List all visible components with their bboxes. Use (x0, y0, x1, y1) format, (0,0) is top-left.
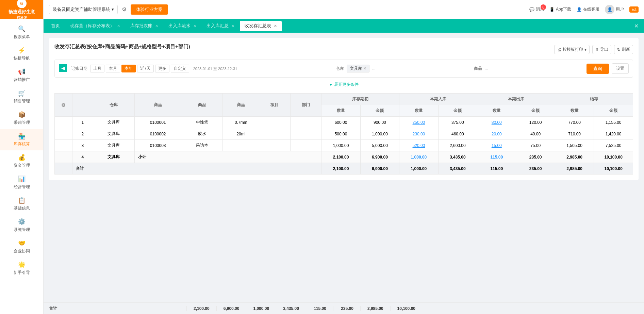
total-in-amt: 3,435.00 (438, 163, 477, 175)
row-spec: 0.7mm (223, 117, 259, 128)
tab-summary-label: 出入库汇总 (207, 23, 229, 29)
col-dept-header: 部门 (290, 94, 321, 117)
page-title: 收发存汇总表(按仓库+商品编码+商品+规格型号+项目+部门) (54, 44, 190, 50)
date-btn-more[interactable]: 更多 (155, 65, 169, 72)
total-inv-amt: 6,900.00 (360, 163, 399, 175)
query-btn[interactable]: 查询 (587, 64, 609, 74)
row-bal-amt: 1,155.00 (594, 117, 633, 128)
sidebar-item-finance[interactable]: 💰 资金管理 (0, 150, 43, 172)
online-service-btn[interactable]: 👤 在线客服 (577, 6, 599, 12)
tab-close-batch[interactable]: ✕ (155, 24, 158, 28)
goods-ellipsis[interactable]: ... (485, 66, 488, 71)
row-dept (290, 128, 321, 140)
date-btn-custom[interactable]: 自定义 (171, 65, 189, 72)
sub-settings (55, 151, 72, 163)
sidebar-item-operations[interactable]: 📊 经营管理 (0, 172, 43, 193)
refresh-btn[interactable]: ↻ 刷新 (614, 45, 633, 54)
messages-btn[interactable]: 💬 消息 6 (529, 6, 544, 12)
date-btn-7days[interactable]: 近7天 (137, 65, 154, 72)
tab-summary[interactable]: 出入库汇总 ✕ (202, 21, 239, 31)
sub-in-amt: 3,435.00 (438, 151, 477, 163)
sidebar-item-sales[interactable]: 🛒 销售管理 (0, 86, 43, 108)
tab-home-label: 首页 (51, 23, 60, 29)
sidebar-label-system: 系统管理 (14, 227, 30, 233)
row-out-qty[interactable]: 20.00 (477, 128, 516, 140)
date-label: 记账日期 (71, 66, 87, 71)
table-settings-header[interactable]: ⚙ (55, 94, 72, 117)
col-bal-header: 结存 (555, 94, 633, 105)
user-menu[interactable]: 👤 用户 (605, 5, 624, 14)
settings-icon[interactable]: ⚙ (122, 6, 127, 13)
date-btn-last-month[interactable]: 上月 (90, 65, 104, 72)
tab-home[interactable]: 首页 (46, 21, 65, 31)
sidebar-label-enterprise: 企业协同 (14, 248, 30, 254)
sub-out-qty[interactable]: 115.00 (477, 151, 516, 163)
marketing-icon: 📢 (18, 68, 26, 76)
row-settings (55, 117, 72, 128)
row-settings (55, 128, 72, 140)
bottom-total-bar: 合计 2,100.00 6,900.00 1,000.00 3,435.00 1… (44, 302, 644, 314)
export-icon: ⬆ (595, 47, 599, 52)
tab-close-stock[interactable]: ✕ (117, 24, 120, 28)
app-download-btn[interactable]: 📱 App下载 (549, 6, 571, 12)
bottom-total-cells: 2,100.00 6,900.00 1,000.00 3,435.00 115.… (71, 306, 639, 311)
tab-close-summary[interactable]: ✕ (231, 24, 234, 28)
sidebar-item-search[interactable]: 🔍 搜索菜单 (0, 22, 43, 43)
setting-btn[interactable]: 设置 (612, 63, 629, 74)
filter-collapse-btn[interactable]: ◀ (59, 64, 67, 72)
sub-no: 4 (72, 151, 93, 163)
date-btn-this-year[interactable]: 本年 (121, 65, 136, 72)
expand-more-btn[interactable]: ▼ 展开更多条件 (54, 80, 633, 89)
sub-in-qty[interactable]: 1,000.00 (399, 151, 438, 163)
tab-batch[interactable]: 库存批次账 ✕ (126, 21, 163, 31)
tabbar-close-btn[interactable]: ✕ (631, 21, 641, 31)
refresh-icon: ↻ (617, 47, 621, 52)
sidebar-item-guide[interactable]: 🌟 新手引导 (0, 258, 43, 279)
goods-label: 商品 (474, 66, 482, 71)
tab-close-recv[interactable]: ✕ (274, 24, 277, 28)
export-btn[interactable]: ⬆ 导出 (592, 45, 611, 54)
row-bal-amt: 7,525.00 (594, 140, 633, 151)
sidebar-item-basic[interactable]: 📋 基础信息 (0, 193, 43, 215)
message-icon: 💬 (529, 7, 534, 12)
print-template-btn[interactable]: 🖨 按模板打印 ▾ (554, 45, 590, 54)
tab-recv-send[interactable]: 收发存汇总表 ✕ (240, 21, 282, 31)
warehouse-ellipsis[interactable]: ... (372, 66, 376, 71)
date-btn-this-month[interactable]: 本月 (106, 65, 120, 72)
sidebar-item-marketing[interactable]: 📢 营销推广 (0, 65, 43, 86)
bal-amt-header: 金额 (594, 105, 633, 117)
warehouse-tag-label: 文具库 (350, 66, 362, 71)
row-dept (290, 117, 321, 128)
sidebar-item-system[interactable]: ⚙️ 系统管理 (0, 215, 43, 236)
tab-recv-send-label: 收发存汇总表 (245, 23, 271, 29)
warehouse-tag-close[interactable]: ✕ (363, 66, 366, 71)
quick-nav-icon: ⚡ (18, 47, 26, 54)
search-icon: 🔍 (18, 25, 26, 33)
operations-icon: 📊 (18, 175, 26, 183)
sidebar-item-enterprise[interactable]: 🤝 企业协同 (0, 236, 43, 258)
table-row: 3 文具库 0100003 采访本 1,000.00 5,000.00 520.… (55, 140, 633, 151)
subtotal-row: 4 文具库 小计 2,100.00 6,900.00 1,000.00 3,43… (55, 151, 633, 163)
row-in-qty[interactable]: 520.00 (399, 140, 438, 151)
tab-flow[interactable]: 出入库流水 ✕ (164, 21, 201, 31)
inv-qty-header: 数量 (321, 105, 360, 117)
row-in-qty[interactable]: 250.00 (399, 117, 438, 128)
tab-close-flow[interactable]: ✕ (193, 24, 196, 28)
sidebar-item-inventory[interactable]: 🏪 库存核算 (0, 129, 43, 150)
bottom-inv-qty: 2,100.00 (186, 306, 216, 311)
row-inv-qty: 500.00 (321, 128, 360, 140)
sidebar-item-quick-nav[interactable]: ⚡ 快捷导航 (0, 43, 43, 65)
sidebar-label-inventory: 库存核算 (14, 141, 30, 147)
system-selector[interactable]: 装备及固定资产辅助管理系统 ▾ (49, 5, 118, 14)
guide-icon: 🌟 (18, 261, 26, 268)
row-inv-amt: 900.00 (360, 117, 399, 128)
tab-stock-distribution[interactable]: 现存量（库存分布表） ✕ (65, 21, 125, 31)
trial-btn[interactable]: 体验行业方案 (131, 4, 168, 15)
sidebar-label-quick-nav: 快捷导航 (14, 55, 30, 61)
row-out-qty[interactable]: 80.00 (477, 117, 516, 128)
row-out-qty[interactable]: 15.00 (477, 140, 516, 151)
row-in-qty[interactable]: 230.00 (399, 128, 438, 140)
row-project (259, 140, 291, 151)
bottom-inv-amt: 6,900.00 (216, 306, 246, 311)
sidebar-item-purchase[interactable]: 📦 采购管理 (0, 108, 43, 129)
